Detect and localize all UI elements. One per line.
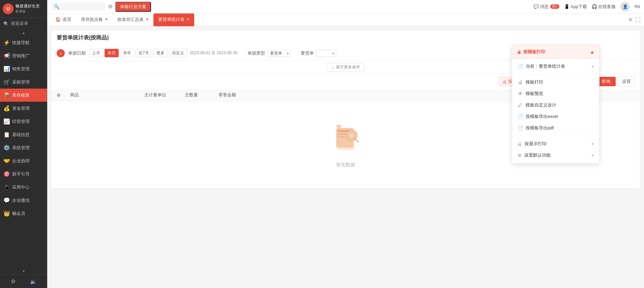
member-icon: 👑 <box>3 210 10 217</box>
app-download-item[interactable]: 📱 App下载 <box>564 4 587 10</box>
expand-conditions-btn[interactable]: ⌄ 展开更多条件 <box>327 63 364 71</box>
date-range-display: 2023-06-01 至 2023-06-30 <box>190 50 237 56</box>
template-pdf-label: 按模板导出pdf <box>526 125 554 131</box>
print-icon: 🖨 <box>502 79 507 84</box>
empty-text: 暂无数据 <box>336 162 355 168</box>
tab-collection[interactable]: 收发存汇总表 ✕ <box>113 13 153 26</box>
sidebar-item-guide[interactable]: 🎯 新手引导 <box>0 167 47 181</box>
sidebar-item-basics[interactable]: 📋 基础信息 <box>0 128 47 141</box>
date-btn-this-year[interactable]: 本年 <box>120 49 134 57</box>
th-amount: 零售金额 <box>218 92 259 98</box>
print-dropdown-panel: 🖨 按模板打印 ▲ 📄 当前：要货单统计表 ▾ <box>512 45 599 164</box>
tab-collection-close[interactable]: ✕ <box>146 17 149 22</box>
current-label: 当前：要货单统计表 <box>526 63 565 69</box>
guide-label: 新手引导 <box>12 171 30 177</box>
display-print-label: 按显示打印 <box>525 141 547 147</box>
tab-home[interactable]: 🏠 首页 <box>51 13 76 26</box>
sidebar-item-finance[interactable]: 💰 资金管理 <box>0 102 47 115</box>
dropdown-current-item[interactable]: 📄 当前：要货单统计表 ▾ <box>512 61 599 72</box>
dropdown-item-template-pdf[interactable]: 📄 按模板导出pdf <box>512 122 599 134</box>
date-btn-this-month[interactable]: 本月 <box>105 49 119 57</box>
dropdown-item-template-preview[interactable]: 👁 模板预览 <box>512 88 599 99</box>
marketing-icon: 📢 <box>3 53 10 59</box>
expand-chevron-icon: ⌄ <box>331 65 334 70</box>
type-select[interactable]: 要货单 <box>267 50 291 57</box>
sidebar-item-shortcuts[interactable]: ⚡ 快捷导航 <box>0 36 47 49</box>
guide-icon: 🎯 <box>3 171 10 177</box>
messages-label: 消息 <box>540 4 549 10</box>
app-download-label: App下载 <box>570 4 587 10</box>
topbar-search-input[interactable] <box>61 4 101 9</box>
date-btn-last-month[interactable]: 上月 <box>89 49 103 57</box>
settings-icon[interactable]: ⚙ <box>11 278 16 285</box>
dropdown-header[interactable]: 🖨 按模板打印 ▲ <box>512 45 599 59</box>
sidebar-item-wechat[interactable]: 💬 企业微信 <box>0 194 47 207</box>
sidebar-item-inventory[interactable]: 📦 库存核算 <box>0 89 47 102</box>
tab-bar: 🏠 首页 库存批次账 ✕ 收发存汇总表 ✕ 要货单统计表 ✕ ✕ ⛶ <box>47 13 644 26</box>
tab-order-stats[interactable]: 要货单统计表 ✕ <box>153 13 194 26</box>
date-btn-more[interactable]: 更多 <box>153 49 168 57</box>
wechat-icon: 💬 <box>3 197 10 203</box>
template-design-label: 模板自定义设计 <box>526 102 556 108</box>
yaohuo-select[interactable] <box>316 50 336 57</box>
dropdown-collapse-icon[interactable]: ▲ <box>590 49 594 55</box>
sidebar-item-operations[interactable]: 📈 经营管理 <box>0 115 47 128</box>
dropdown-item-template-excel[interactable]: 📄 按模板导出excel <box>512 111 599 122</box>
service-icon: 🎧 <box>592 4 597 9</box>
app-name: 畅捷通好生意 <box>16 4 40 9</box>
type-filter-group: 单据类型 要货单 <box>247 50 291 57</box>
dropdown-display-print[interactable]: 🖨 按显示打印 ▾ <box>512 138 599 150</box>
th-setting[interactable]: ⚙ <box>57 93 70 98</box>
date-btn-7days[interactable]: 近7天 <box>136 49 152 57</box>
trial-button[interactable]: 体验行业方案 <box>115 2 151 12</box>
sidebar-item-cooperation[interactable]: 🤝 企业协同 <box>0 154 47 167</box>
dropdown-item-template-design[interactable]: 🖊 模板自定义设计 <box>512 99 599 111</box>
window-close-icon[interactable]: ✕ <box>628 17 633 23</box>
finance-icon: 💰 <box>3 105 10 111</box>
sidebar-scroll-up[interactable]: ▲ <box>0 29 47 36</box>
sidebar-item-sales[interactable]: 📊 销售管理 <box>0 62 47 75</box>
sidebar-item-member[interactable]: 👑 畅会员 <box>0 207 47 220</box>
template-excel-icon: 📄 <box>518 114 523 119</box>
sidebar-bottom: ⚙ 🔈 <box>0 275 47 288</box>
topbar-search-wrap: 🔍 <box>51 3 105 10</box>
cooperation-icon: 🤝 <box>3 158 10 164</box>
topbar-gear-icon[interactable]: ⚙ <box>108 3 113 10</box>
logo-icon: U <box>3 3 13 14</box>
filter-toggle-btn[interactable]: › <box>57 49 65 57</box>
sidebar-item-system[interactable]: ⚙️ 系统管理 <box>0 141 47 154</box>
sound-icon[interactable]: 🔈 <box>30 278 37 285</box>
operations-label: 经营管理 <box>12 119 30 125</box>
finance-label: 资金管理 <box>12 105 30 111</box>
sidebar-item-purchase[interactable]: 🛒 采购管理 <box>0 75 47 89</box>
sidebar-item-apps[interactable]: 📱 应用中心 <box>0 181 47 194</box>
apps-label: 应用中心 <box>12 184 30 190</box>
sales-icon: 📊 <box>3 66 10 72</box>
sidebar-item-marketing[interactable]: 📢 营销推广 <box>0 49 47 62</box>
wechat-label: 企业微信 <box>12 197 30 203</box>
online-service-item[interactable]: 🎧 在线客服 <box>592 4 616 10</box>
tab-batch[interactable]: 库存批次账 ✕ <box>76 13 113 26</box>
window-expand-icon[interactable]: ⛶ <box>635 17 641 23</box>
dropdown-set-default[interactable]: ⚙ 设置默认功能 ▾ <box>512 150 599 161</box>
type-filter-label: 单据类型 <box>247 50 265 56</box>
sidebar-scroll-down[interactable]: ▼ <box>0 268 47 275</box>
user-avatar[interactable]: 👤 <box>620 2 630 11</box>
template-print-label: 模板打印 <box>526 79 543 85</box>
dropdown-print-icon: 🖨 <box>517 50 521 55</box>
messages-item[interactable]: 💬 消息 99+ <box>533 4 559 10</box>
template-print-icon: 🖨 <box>518 79 523 85</box>
set-default-label: 设置默认功能 <box>524 152 551 158</box>
dropdown-item-template-print[interactable]: 🖨 模板打印 <box>512 76 599 88</box>
tab-batch-close[interactable]: ✕ <box>105 17 108 22</box>
sidebar-search[interactable]: 🔍 搜索菜单 <box>0 18 47 29</box>
basics-label: 基础信息 <box>12 132 30 138</box>
system-icon: ⚙️ <box>3 145 10 151</box>
tab-order-stats-close[interactable]: ✕ <box>186 17 189 22</box>
settings-btn[interactable]: 设置 <box>618 76 635 87</box>
apps-icon: 📱 <box>3 184 10 190</box>
template-excel-label: 按模板导出excel <box>526 114 558 120</box>
date-btn-custom[interactable]: 自定义 <box>169 49 187 57</box>
set-default-icon: ⚙ <box>518 153 522 158</box>
message-icon: 💬 <box>533 4 539 9</box>
